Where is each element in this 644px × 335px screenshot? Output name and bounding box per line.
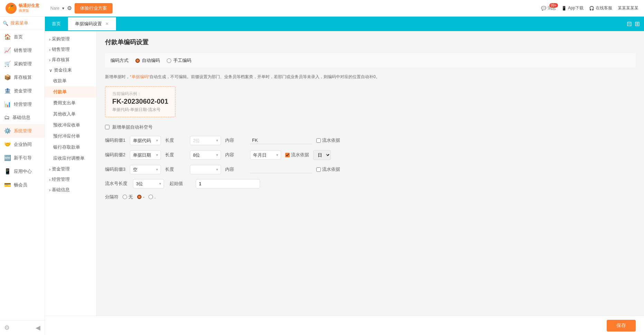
main-layout: 🔍 搜索菜单 🏠 首页 📈 销售管理 🛒 采购管理 📦 库存核算 🏦 资金管理 … — [0, 17, 644, 335]
left-nav-adjust[interactable]: 应收应付调整单 — [45, 153, 96, 164]
topbar-message[interactable]: 💬 消息 99+ — [541, 5, 556, 11]
sep-dot-option[interactable]: . — [148, 194, 156, 199]
manual-encode-radio[interactable] — [167, 58, 171, 63]
topbar-action-button[interactable]: 体验行业方案 — [75, 3, 113, 13]
length-select-1[interactable]: 2位 — [190, 136, 221, 145]
tab-encode-label: 单据编码设置 — [75, 21, 102, 27]
sidebar-item-inventory[interactable]: 📦 库存核算 — [0, 71, 45, 84]
sidebar-search-label: 搜索菜单 — [10, 20, 28, 26]
tab-encode-setting[interactable]: 单据编码设置 ✕ — [68, 17, 116, 30]
manual-encode-option[interactable]: 手工编码 — [167, 57, 191, 64]
collapse-icon[interactable]: ◀ — [36, 324, 40, 332]
prepay-pay-label: 预付冲应付单 — [53, 133, 80, 139]
chevron-right-icon-2: › — [49, 47, 50, 52]
prefix-select-2[interactable]: 单据代码 单据日期 部门 业务员 空 — [130, 150, 161, 160]
auto-encode-option[interactable]: 自动编码 — [135, 57, 160, 64]
tab-close-icon[interactable]: ✕ — [105, 21, 109, 26]
sidebar-item-home[interactable]: 🏠 首页 — [0, 30, 45, 44]
sidebar-item-ops[interactable]: 📊 经营管理 — [0, 97, 45, 111]
start-value-label: 起始值 — [170, 180, 190, 187]
encode-method-label: 编码方式 — [110, 57, 128, 64]
serial-length-select-wrap: 3位 4位 5位 6位 — [133, 179, 164, 188]
sidebar-bottom: ⚙ ◀ — [0, 320, 45, 335]
ops-icon: 📊 — [4, 101, 11, 108]
left-nav-fund-flow[interactable]: ∨ 资金往来 — [45, 65, 96, 75]
chevron-right-icon-5: › — [49, 177, 50, 182]
left-nav-expense[interactable]: 费用支出单 — [45, 97, 96, 109]
chevron-right-icon: › — [49, 37, 50, 42]
save-button[interactable]: 保存 — [607, 320, 636, 332]
serial-check-3: 流水依据 — [316, 166, 340, 173]
logo-area: 🍊 畅通好生意 插屏版 — [6, 3, 50, 14]
content-input-1[interactable] — [250, 137, 312, 144]
sidebar-item-apps[interactable]: 📱 应用中心 — [0, 165, 45, 178]
left-nav-sales[interactable]: › 销售管理 — [45, 44, 96, 55]
serial-checkbox-2[interactable] — [285, 153, 290, 157]
auto-fill-label: 新增单据自动补空号 — [112, 124, 153, 130]
topbar-online-service[interactable]: 🎧 在线客服 — [589, 5, 612, 11]
bank-label: 银行存取款单 — [53, 145, 80, 150]
sidebar-item-member[interactable]: 💳 畅会员 — [0, 178, 45, 192]
tab-minimize-icon[interactable]: ⊟ — [627, 20, 632, 28]
length-select-3[interactable] — [190, 165, 221, 174]
left-nav-ops[interactable]: › 经营管理 — [45, 174, 96, 185]
sep-dot-radio[interactable] — [148, 195, 153, 199]
serial-checkbox-1[interactable] — [316, 138, 321, 143]
topbar-dropdown-icon[interactable]: ▾ — [62, 6, 64, 11]
prefix-select-wrap-1: 单据代码 单据日期 部门 业务员 空 — [130, 136, 161, 145]
sidebar-enterprise-label: 企业协同 — [14, 141, 32, 148]
encode-method-row: 编码方式 自动编码 手工编码 — [105, 53, 636, 68]
content-input-3[interactable] — [250, 166, 312, 173]
settings-bottom-icon[interactable]: ⚙ — [4, 324, 10, 332]
sidebar-item-fund[interactable]: 🏦 资金管理 — [0, 84, 45, 97]
serial-length-select[interactable]: 3位 4位 5位 6位 — [133, 179, 164, 188]
left-nav-prepay-pay[interactable]: 预付冲应付单 — [45, 131, 96, 142]
prefix-select-3[interactable]: 单据代码 单据日期 部门 业务员 空 — [130, 165, 161, 174]
tab-home-label: 首页 — [52, 21, 61, 27]
sidebar-item-purchase[interactable]: 🛒 采购管理 — [0, 57, 45, 71]
info-text: 新增单据时，*单据编码*自动生成，不可编辑。前缀设置为部门、业务员等档案类，开单… — [105, 73, 636, 81]
auto-encode-radio[interactable] — [135, 58, 140, 63]
sidebar-item-enterprise[interactable]: 🤝 企业协同 — [0, 138, 45, 151]
fund-icon: 🏦 — [4, 87, 11, 94]
sidebar-search[interactable]: 🔍 搜索菜单 — [0, 17, 45, 30]
serial-checkbox-3[interactable] — [316, 167, 321, 172]
left-nav-inventory[interactable]: › 库存核算 — [45, 55, 96, 65]
length-select-2[interactable]: 6位 8位 10位 — [190, 150, 221, 160]
left-nav: › 采购管理 › 销售管理 › 库存核算 ∨ 资金往来 收款单 — [45, 31, 97, 316]
auto-fill-checkbox[interactable] — [105, 125, 109, 129]
chevron-right-icon-6: › — [49, 187, 50, 193]
adjust-label: 应收应付调整单 — [53, 156, 85, 161]
sidebar-inventory-label: 库存核算 — [14, 74, 32, 81]
tab-home[interactable]: 首页 — [45, 17, 68, 30]
left-nav-bank[interactable]: 银行存取款单 — [45, 142, 96, 153]
left-nav-fund-mgmt[interactable]: › 资金管理 — [45, 164, 96, 174]
tab-maximize-icon[interactable]: ⊞ — [635, 20, 640, 28]
sales-icon: 📈 — [4, 47, 11, 54]
sep-none-radio[interactable] — [123, 195, 127, 199]
sep-dash-option[interactable]: - — [137, 194, 144, 199]
sidebar-ops-label: 经营管理 — [14, 101, 32, 108]
sidebar-item-basic[interactable]: 🗂 基础信息 — [0, 111, 45, 124]
start-value-input[interactable] — [196, 179, 260, 188]
sidebar-sales-label: 销售管理 — [14, 47, 32, 54]
inventory-icon: 📦 — [4, 74, 11, 81]
sidebar-item-system[interactable]: ⚙️ 系统管理 — [0, 124, 45, 138]
sidebar-item-sales[interactable]: 📈 销售管理 — [0, 44, 45, 57]
sidebar-item-guide[interactable]: 🆕 新手引导 — [0, 151, 45, 165]
left-nav-prepay-recv[interactable]: 预收冲应收单 — [45, 120, 96, 131]
prefix-select-wrap-2: 单据代码 单据日期 部门 业务员 空 — [130, 150, 161, 160]
topbar-app-download[interactable]: 📱 App下载 — [561, 5, 584, 11]
left-nav-receipt[interactable]: 收款单 — [45, 75, 96, 86]
left-nav-basic[interactable]: › 基础信息 — [45, 185, 96, 195]
prefix-select-1[interactable]: 单据代码 单据日期 部门 业务员 空 — [130, 136, 161, 145]
sep-none-option[interactable]: 无 — [123, 194, 133, 200]
left-nav-other-income[interactable]: 其他收入单 — [45, 109, 96, 120]
length-label-1: 长度 — [165, 137, 186, 143]
left-nav-payment[interactable]: 付款单 — [45, 86, 96, 97]
sep-dash-radio[interactable] — [137, 195, 142, 199]
day-select[interactable]: 日 月 年 — [313, 150, 331, 160]
left-nav-purchase[interactable]: › 采购管理 — [45, 34, 96, 44]
topbar-settings-icon[interactable]: ⚙ — [67, 5, 72, 11]
content-select-2[interactable]: 年月日 年月 年 月日 — [250, 150, 281, 160]
